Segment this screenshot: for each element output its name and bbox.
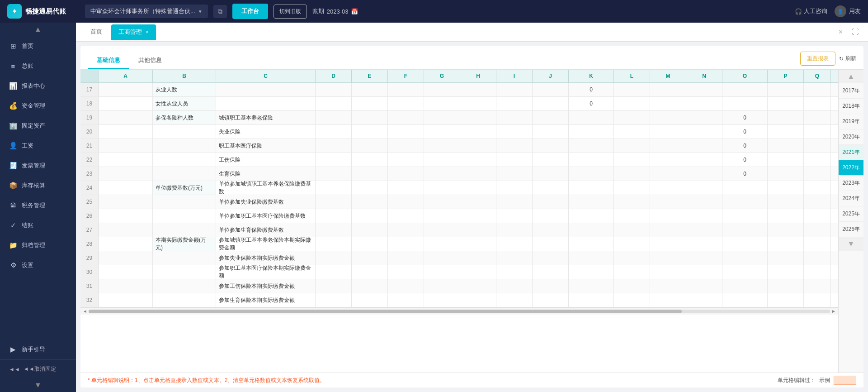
cell-21-J[interactable] — [533, 139, 569, 153]
company-selector[interactable]: 中审众环会计师事务所（特殊普通合伙... ▼ — [85, 5, 208, 18]
cell-20-I[interactable] — [496, 125, 533, 139]
year-item-2017[interactable]: 2017年 — [839, 83, 863, 99]
cell-18-C[interactable] — [216, 97, 316, 110]
cell-20-C[interactable]: 失业保险 — [216, 125, 316, 139]
cell-21-Q[interactable] — [804, 139, 831, 153]
sidebar-item-salary[interactable]: 👤 工资 — [0, 136, 76, 156]
cell-20-L[interactable] — [614, 125, 650, 139]
scroll-thumb[interactable] — [89, 310, 682, 313]
year-panel-down-btn[interactable]: ▼ — [839, 237, 863, 251]
cell-21-D[interactable] — [316, 139, 352, 153]
cell-21-M[interactable] — [650, 139, 686, 153]
cell-18-I[interactable] — [496, 97, 533, 110]
cell-19-Q[interactable] — [804, 111, 831, 124]
tab-home[interactable]: 首页 — [83, 23, 109, 41]
cell-19-C[interactable]: 城镇职工基本养老保险 — [216, 111, 316, 124]
cell-17-P[interactable] — [768, 83, 804, 96]
year-item-2021[interactable]: 2021年 — [839, 145, 863, 160]
cell-18-H[interactable] — [460, 97, 496, 110]
tab-active-industrial[interactable]: 工商管理 × — [111, 24, 156, 40]
cell-20-Q[interactable] — [804, 125, 831, 139]
tab-basic-info[interactable]: 基础信息 — [88, 53, 129, 69]
copy-button[interactable]: ⧉ — [213, 5, 227, 18]
cell-21-B[interactable] — [153, 139, 216, 153]
cell-19-D[interactable] — [316, 111, 352, 124]
close-icon[interactable]: × — [146, 29, 149, 35]
cell-18-M[interactable] — [650, 97, 686, 110]
scroll-right-btn[interactable]: ► — [830, 308, 837, 315]
cell-20-J[interactable] — [533, 125, 569, 139]
year-item-2018[interactable]: 2018年 — [839, 99, 863, 114]
cell-17-D[interactable] — [316, 83, 352, 96]
cell-17-G[interactable] — [424, 83, 460, 96]
cell-19-I[interactable] — [496, 111, 533, 124]
cell-19-N[interactable] — [686, 111, 722, 124]
refresh-button[interactable]: ↻ 刷新 — [839, 55, 856, 62]
cell-18-P[interactable] — [768, 97, 804, 110]
cell-17-E[interactable] — [352, 83, 388, 96]
cell-23-C[interactable]: 生育保险 — [216, 167, 316, 181]
cell-21-K[interactable] — [569, 139, 614, 153]
cell-21-L[interactable] — [614, 139, 650, 153]
user-area[interactable]: 👤 用友 — [835, 5, 861, 17]
cell-21-O[interactable]: 0 — [722, 139, 768, 153]
sidebar-item-tax[interactable]: 🏛 税务管理 — [0, 196, 76, 215]
cell-19-O[interactable]: 0 — [722, 111, 768, 124]
cell-17-I[interactable] — [496, 83, 533, 96]
cell-19-J[interactable] — [533, 111, 569, 124]
sidebar-item-reports[interactable]: 📊 报表中心 — [0, 76, 76, 96]
cell-20-A[interactable] — [99, 125, 153, 139]
sidebar-scroll-down-btn[interactable]: ▼ — [33, 380, 42, 390]
year-panel-up-btn[interactable]: ▲ — [839, 70, 863, 83]
cell-21-P[interactable] — [768, 139, 804, 153]
sidebar-item-newuser[interactable]: ▶ 新手引导 — [0, 339, 76, 359]
sidebar-pin-button[interactable]: ◄◄ ◄◄取消固定 — [0, 359, 76, 378]
cell-26-C[interactable]: 单位参加职工基本医疗保险缴费基数 — [216, 209, 316, 223]
cell-22-A[interactable] — [99, 153, 153, 167]
cell-19-H[interactable] — [460, 111, 496, 124]
switch-version-button[interactable]: 切到旧版 — [274, 5, 307, 19]
cell-20-F[interactable] — [388, 125, 424, 139]
cell-17-J[interactable] — [533, 83, 569, 96]
sidebar-item-home[interactable]: ⊞ 首页 — [0, 36, 76, 56]
year-item-2024[interactable]: 2024年 — [839, 191, 863, 206]
sidebar-item-inventory[interactable]: 📦 库存核算 — [0, 176, 76, 196]
cell-18-O[interactable] — [722, 97, 768, 110]
cell-28-C[interactable]: 参加城镇职工基本养老保险本期实际缴费金额 — [216, 237, 316, 251]
cell-22-C[interactable]: 工伤保险 — [216, 153, 316, 167]
cell-21-G[interactable] — [424, 139, 460, 153]
cell-18-G[interactable] — [424, 97, 460, 110]
sidebar-item-ledger[interactable]: ≡ 总账 — [0, 56, 76, 76]
cell-31-C[interactable]: 参加工伤保险本期实际缴费金额 — [216, 279, 316, 293]
cell-32-C[interactable]: 参加生育保险本期实际缴费金额 — [216, 293, 316, 307]
cell-17-L[interactable] — [614, 83, 650, 96]
scroll-track[interactable] — [89, 310, 830, 313]
cell-17-M[interactable] — [650, 83, 686, 96]
cell-17-K[interactable]: 0 — [569, 83, 614, 96]
year-item-2023[interactable]: 2023年 — [839, 176, 863, 191]
cell-18-D[interactable] — [316, 97, 352, 110]
horizontal-scrollbar[interactable]: ◄ ► — [80, 307, 838, 315]
cell-17-N[interactable] — [686, 83, 722, 96]
tab-expand-button[interactable]: ⛶ — [850, 26, 861, 38]
cell-20-G[interactable] — [424, 125, 460, 139]
sidebar-item-invoice[interactable]: 🧾 发票管理 — [0, 156, 76, 176]
cell-18-E[interactable] — [352, 97, 388, 110]
sidebar-scroll-up-btn[interactable]: ▲ — [33, 24, 42, 34]
year-item-2020[interactable]: 2020年 — [839, 129, 863, 145]
cell-20-N[interactable] — [686, 125, 722, 139]
cell-17-O[interactable] — [722, 83, 768, 96]
cell-20-D[interactable] — [316, 125, 352, 139]
cell-19-A[interactable] — [99, 111, 153, 124]
cell-22-B[interactable] — [153, 153, 216, 167]
cell-25-C[interactable]: 单位参加失业保险缴费基数 — [216, 195, 316, 209]
cell-17-Q[interactable] — [804, 83, 831, 96]
cell-18-Q[interactable] — [804, 97, 831, 110]
cell-18-L[interactable] — [614, 97, 650, 110]
cell-19-F[interactable] — [388, 111, 424, 124]
cell-24-B[interactable]: 单位缴费基数(万元) — [153, 181, 216, 195]
sidebar-item-capital[interactable]: 💰 资金管理 — [0, 96, 76, 116]
cell-18-B[interactable]: 女性从业人员 — [153, 97, 216, 110]
cell-21-I[interactable] — [496, 139, 533, 153]
cell-23-O[interactable]: 0 — [722, 167, 768, 181]
